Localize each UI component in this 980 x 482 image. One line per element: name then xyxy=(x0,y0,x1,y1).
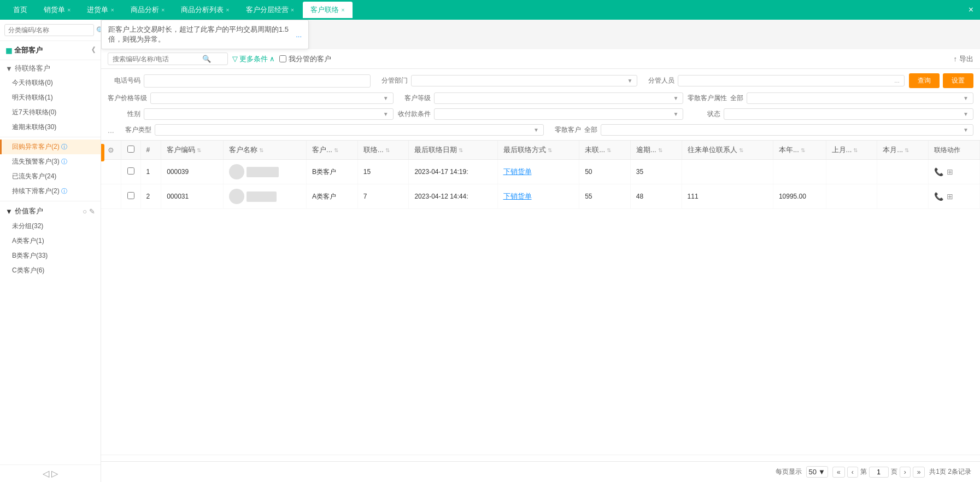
sort-icon-month[interactable]: ⇅ xyxy=(905,147,909,153)
price-level-select[interactable]: ▼ xyxy=(150,92,394,104)
close-customer-layer-tab[interactable]: × xyxy=(291,7,294,13)
query-button[interactable]: 查询 xyxy=(909,73,940,88)
sort-icon-unit[interactable]: ⇅ xyxy=(739,147,743,153)
sidebar-search-icon[interactable]: 🔍 xyxy=(96,26,101,34)
dept-select[interactable]: ▼ xyxy=(411,75,638,86)
phone-input[interactable] xyxy=(144,74,371,88)
customer-type-select[interactable]: ▼ xyxy=(155,124,544,136)
sidebar-item-churned[interactable]: 已流失客户(24) xyxy=(0,169,101,184)
page-size-select[interactable]: 50 ▼ xyxy=(806,466,828,478)
sidebar-item-a-class[interactable]: A类客户(1) xyxy=(0,234,101,248)
sidebar-right-arrow[interactable]: ▷ xyxy=(51,468,58,479)
sidebar-item-7days[interactable]: 近7天待联络(0) xyxy=(0,105,101,120)
payment-select[interactable]: ▼ xyxy=(434,108,684,120)
manager-select[interactable]: … xyxy=(678,75,905,86)
row1-settings xyxy=(101,160,121,184)
settings-button[interactable]: 设置 xyxy=(943,73,973,88)
filter-search-input[interactable] xyxy=(113,55,200,63)
nav-tab-customer-layer[interactable]: 客户分层经营 × xyxy=(238,2,302,18)
sort-icon-type[interactable]: ⇅ xyxy=(334,147,338,153)
filter-field-retail-customer: 零散客户 全部 ▼ xyxy=(548,124,973,136)
sidebar-search-container: 🔍 xyxy=(0,20,101,41)
arrow-icon2: ▼ xyxy=(5,207,13,216)
more-conditions-btn[interactable]: ▽ 更多条件 ∧ xyxy=(232,54,275,64)
content-area: 距客户上次交易时长，超过了此客户的平均交易周期的1.5倍，则视为异常。 ... … xyxy=(101,20,980,482)
sidebar-item-ungrouped[interactable]: 未分组(32) xyxy=(0,219,101,234)
export-btn[interactable]: ↑ 导出 xyxy=(954,54,974,64)
sidebar-item-overdue[interactable]: 逾期未联络(30) xyxy=(0,120,101,135)
customer-level-label: 客户等级 xyxy=(398,94,431,103)
sort-icon-overdue[interactable]: ⇅ xyxy=(658,147,662,153)
nav-tab-purchase[interactable]: 进货单 × xyxy=(79,2,121,18)
sidebar-item-b-class[interactable]: B类客户(33) xyxy=(0,248,101,263)
tooltip-more-dots[interactable]: ... xyxy=(296,31,302,39)
retail-attr-value: 全部 xyxy=(730,94,743,103)
row2-more-icon[interactable]: ⊞ xyxy=(947,192,953,201)
gender-select[interactable]: ▼ xyxy=(144,108,394,120)
dept-arrow: ▼ xyxy=(627,78,632,84)
row2-contact-count: 7 xyxy=(357,184,409,209)
nav-tab-customer-contact[interactable]: 客户联络 × xyxy=(303,2,352,18)
sort-icon-last-month[interactable]: ⇅ xyxy=(853,147,858,153)
last-page-btn[interactable]: » xyxy=(913,467,925,478)
status-select[interactable]: ▼ xyxy=(724,108,973,120)
row1-last-method: 下销货单 xyxy=(497,160,579,184)
row1-code: 000039 xyxy=(161,160,224,184)
my-customers-checkbox[interactable] xyxy=(279,55,286,62)
row2-num: 2 xyxy=(140,184,161,209)
sort-icon-year[interactable]: ⇅ xyxy=(801,147,805,153)
row2-checkbox[interactable] xyxy=(127,192,134,199)
row2-method-link[interactable]: 下销货单 xyxy=(503,192,532,200)
more-dots-btn[interactable]: ... xyxy=(108,126,114,135)
sidebar-group-value[interactable]: ▼ 价值客户 ○ ✎ xyxy=(0,204,101,219)
edit-icon[interactable]: ✎ xyxy=(89,207,95,216)
sidebar-item-tomorrow[interactable]: 明天待联络(1) xyxy=(0,90,101,105)
close-product-analysis-tab[interactable]: × xyxy=(161,7,165,13)
table-settings-gear[interactable]: ⚙ xyxy=(108,146,114,154)
sort-icon-date[interactable]: ⇅ xyxy=(459,147,463,153)
sort-icon-contact[interactable]: ⇅ xyxy=(385,147,390,153)
close-purchase-tab[interactable]: × xyxy=(110,7,114,13)
row1-method-link[interactable]: 下销货单 xyxy=(503,167,532,176)
next-page-btn[interactable]: › xyxy=(900,467,911,478)
retail-customer-select[interactable]: ▼ xyxy=(601,124,973,136)
close-customer-contact-tab[interactable]: × xyxy=(341,7,344,13)
row1-more-icon[interactable]: ⊞ xyxy=(947,167,953,176)
sidebar-group-pending[interactable]: ▼ 待联络客户 xyxy=(0,60,101,76)
nav-tab-product-analysis[interactable]: 商品分析 × xyxy=(123,2,172,18)
page-input[interactable] xyxy=(869,467,889,478)
first-page-btn[interactable]: « xyxy=(832,467,845,478)
close-sales-tab[interactable]: × xyxy=(67,7,71,13)
row1-phone-icon[interactable]: 📞 xyxy=(934,167,943,176)
sidebar-item-churn-warning[interactable]: 流失预警客户(3) ⓘ xyxy=(0,154,101,169)
col-action: 联络动作 xyxy=(928,141,979,160)
circle-icon[interactable]: ○ xyxy=(83,207,87,216)
sort-icon-uncontacted[interactable]: ⇅ xyxy=(607,147,611,153)
sort-icon-method[interactable]: ⇅ xyxy=(548,147,552,153)
nav-tab-product-list[interactable]: 商品分析列表 × xyxy=(173,2,237,18)
retail-attr-select[interactable]: ▼ xyxy=(747,92,973,104)
customer-level-select[interactable]: ▼ xyxy=(434,92,684,104)
sidebar-item-c-class[interactable]: C类客户(6) xyxy=(0,263,101,278)
row2-phone-icon[interactable]: 📞 xyxy=(934,192,943,201)
sidebar-item-declining[interactable]: 持续下滑客户(2) ⓘ xyxy=(0,184,101,199)
close-product-list-tab[interactable]: × xyxy=(226,7,229,13)
filter-row-4: ... 客户类型 ▼ 零散客户 全部 ▼ xyxy=(108,124,973,136)
sidebar-left-arrow[interactable]: ◁ xyxy=(43,468,49,479)
select-all-checkbox[interactable] xyxy=(127,146,134,153)
sidebar-item-repurchase-abnormal[interactable]: 回购异常客户(2) ⓘ xyxy=(0,140,101,154)
sidebar-collapse-icon[interactable]: 《 xyxy=(88,45,95,55)
close-all-tabs[interactable]: × xyxy=(969,5,973,15)
nav-tab-home[interactable]: 首页 xyxy=(5,2,35,18)
nav-tab-sales[interactable]: 销货单 × xyxy=(36,2,78,18)
prev-page-btn[interactable]: ‹ xyxy=(847,467,858,478)
sidebar-item-today[interactable]: 今天待联络(0) xyxy=(0,76,101,90)
sort-icon-name[interactable]: ⇅ xyxy=(259,147,263,153)
filter-search-icon[interactable]: 🔍 xyxy=(202,55,211,63)
row1-checkbox[interactable] xyxy=(127,167,134,175)
sort-icon-code[interactable]: ⇅ xyxy=(197,147,201,153)
horizontal-scrollbar[interactable] xyxy=(101,455,980,461)
customer-type-label: 客户类型 xyxy=(119,125,151,135)
sidebar: 🔍 ▦ 全部客户 《 ▼ 待联络客户 今天待联络(0) 明天待联络(1) 近7天… xyxy=(0,20,101,482)
sidebar-search-input[interactable] xyxy=(4,24,94,36)
